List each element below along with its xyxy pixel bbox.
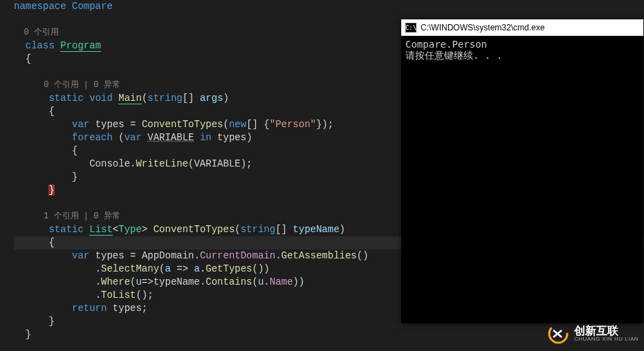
cmd-output[interactable]: Compare.Person 请按任意键继续. . .	[401, 36, 643, 323]
namespace-line: namespace Compare	[14, 0, 644, 13]
cmd-titlebar[interactable]: C:\ C:\WINDOWS\system32\cmd.exe	[401, 19, 643, 36]
cmd-title: C:\WINDOWS\system32\cmd.exe	[421, 23, 544, 32]
cmd-icon: C:\	[405, 23, 416, 32]
watermark-text-cn: 创新互联	[574, 325, 638, 336]
cmd-window[interactable]: C:\ C:\WINDOWS\system32\cmd.exe Compare.…	[401, 19, 643, 323]
cmd-line-2: 请按任意键继续. . .	[405, 50, 502, 61]
watermark-text-en: CHUANG XIN HU LIAN	[574, 336, 638, 342]
watermark-logo-icon	[548, 323, 569, 344]
cmd-line-1: Compare.Person	[405, 39, 487, 50]
watermark: 创新互联 CHUANG XIN HU LIAN	[548, 323, 638, 344]
